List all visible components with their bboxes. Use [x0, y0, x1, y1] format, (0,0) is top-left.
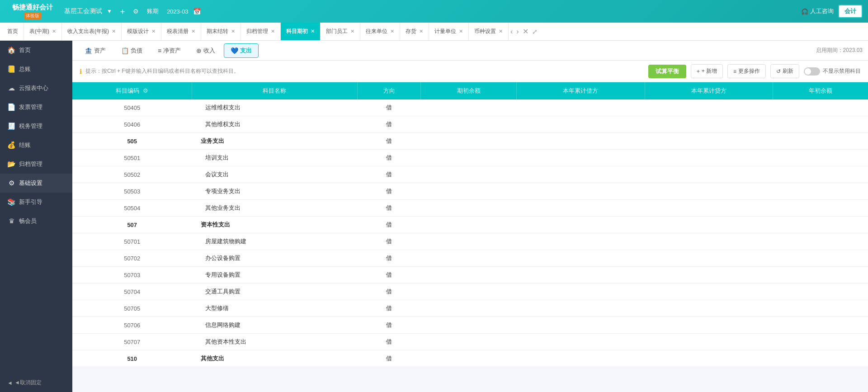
tab-units[interactable]: 计量单位 ✕: [429, 23, 469, 40]
table-row[interactable]: 507 资本性支出 借: [72, 217, 868, 233]
home-icon: 🏠: [7, 46, 15, 54]
cell-name: 资本性支出: [192, 217, 357, 233]
cell-ytd-debit: [517, 334, 645, 350]
settings-icon[interactable]: ⚙: [133, 8, 139, 15]
sidebar-item-archive[interactable]: 📂 归档管理: [0, 155, 72, 174]
sidebar-item-close[interactable]: 💰 结账: [0, 136, 72, 155]
sidebar-item-invoice[interactable]: 📄 发票管理: [0, 98, 72, 117]
table-row[interactable]: 50702 办公设备购置 借: [72, 250, 868, 267]
tab-prev-icon[interactable]: ‹: [509, 28, 514, 36]
header-right: 🎧 人工咨询 会计: [801, 5, 863, 18]
tab-close-icon[interactable]: ✕: [499, 28, 503, 34]
sub-tab-expense[interactable]: 💙 支出: [224, 43, 259, 58]
tab-close-icon[interactable]: ✕: [112, 28, 116, 34]
tab-partners[interactable]: 往来单位 ✕: [360, 23, 400, 40]
sub-tab-income[interactable]: ⊕ 收入: [189, 43, 222, 58]
cell-ytd-debit: [517, 166, 645, 183]
table-row[interactable]: 50503 专项业务支出 借: [72, 183, 868, 200]
cell-opening-balance: [421, 116, 517, 133]
tab-home[interactable]: 首页: [2, 23, 24, 40]
cell-year-opening: [773, 334, 868, 350]
table-row[interactable]: 50502 会议支出 借: [72, 166, 868, 183]
sidebar-item-cloud-report[interactable]: ☁ 云报表中心: [0, 79, 72, 98]
more-operations-button[interactable]: ≡ 更多操作: [727, 64, 766, 78]
add-company-icon[interactable]: ＋: [118, 6, 127, 17]
toggle-label: 不显示禁用科目: [823, 67, 861, 75]
tab-close-icon[interactable]: ✕: [151, 28, 156, 34]
tab-label: 首页: [7, 28, 18, 35]
cell-name: 交通工具购置: [192, 283, 357, 300]
sidebar-item-basic-settings[interactable]: ⚙ 基础设置: [0, 174, 72, 193]
sidebar-item-guide[interactable]: 📚 新手引导: [0, 193, 72, 212]
tab-expand-icon[interactable]: ⤢: [530, 28, 539, 35]
add-button[interactable]: + + 新增: [691, 64, 723, 78]
service-button[interactable]: 🎧 人工咨询: [801, 7, 834, 15]
table-row[interactable]: 510 其他支出 借: [72, 350, 868, 367]
table-row[interactable]: 50405 运维维权支出 借: [72, 99, 868, 116]
col-settings-icon[interactable]: ⚙: [143, 87, 148, 94]
refresh-button[interactable]: ↺ 刷新: [770, 64, 799, 78]
calendar-icon[interactable]: 📅: [193, 8, 201, 15]
tab-inventory[interactable]: 存货 ✕: [400, 23, 429, 40]
sidebar-item-home[interactable]: 🏠 首页: [0, 41, 72, 60]
table-row[interactable]: 50707 其他资本性支出 借: [72, 334, 868, 350]
tab-close-icon[interactable]: ✕: [52, 28, 56, 34]
tab-template-design[interactable]: 模版设计 ✕: [122, 23, 161, 40]
company-dropdown-icon[interactable]: ▼: [107, 8, 112, 14]
table-row[interactable]: 50705 大型修缮 借: [72, 300, 868, 317]
tab-close-icon[interactable]: ✕: [459, 28, 463, 34]
cell-direction: 借: [357, 200, 420, 217]
table-row[interactable]: 50501 培训支出 借: [72, 150, 868, 166]
tab-close-icon[interactable]: ✕: [271, 28, 275, 34]
cell-direction: 借: [357, 317, 420, 334]
cell-year-opening: [773, 99, 868, 116]
tab-mid-report[interactable]: 表(中期) ✕: [24, 23, 62, 40]
cell-direction: 借: [357, 233, 420, 250]
cell-opening-balance: [421, 200, 517, 217]
tab-next-icon[interactable]: ›: [514, 28, 520, 36]
tab-close-icon[interactable]: ✕: [231, 28, 235, 34]
toggle-disabled-accounts[interactable]: 不显示禁用科目: [804, 67, 861, 76]
table-row[interactable]: 50703 专用设备购置 借: [72, 267, 868, 283]
top-header: 畅捷通好会计 体验版 基层工会测试 ▼ ＋ ⚙ 账期 2023-03 📅 🎧 人…: [0, 0, 868, 23]
table-row[interactable]: 50706 信息网络购建 借: [72, 317, 868, 334]
table-row[interactable]: 50504 其他业务支出 借: [72, 200, 868, 217]
table-row[interactable]: 50701 房屋建筑物购建 借: [72, 233, 868, 250]
balance-button[interactable]: 试算平衡: [648, 65, 686, 78]
table-row[interactable]: 505 业务支出 借: [72, 133, 868, 150]
account-button[interactable]: 会计: [838, 5, 863, 18]
cell-name: 大型修缮: [192, 300, 357, 317]
toggle-switch[interactable]: [804, 67, 820, 76]
cell-opening-balance: [421, 99, 517, 116]
tab-close-icon[interactable]: ✕: [390, 28, 394, 34]
cell-direction: 借: [357, 217, 420, 233]
col-direction: 方向: [357, 82, 420, 99]
table-row[interactable]: 50406 其他维权支出 借: [72, 116, 868, 133]
tab-close-all-icon[interactable]: ✕: [521, 27, 530, 36]
sub-tab-assets[interactable]: 🏦 资产: [78, 43, 113, 58]
tab-tax-schedule[interactable]: 税表清册 ✕: [161, 23, 201, 40]
tab-subject-opening[interactable]: 科目期初 ✕: [281, 23, 321, 40]
sub-tab-liabilities[interactable]: 📋 负债: [114, 43, 149, 58]
sidebar-collapse-btn[interactable]: ◄ ◄取消固定: [0, 373, 72, 392]
tab-archive[interactable]: 归档管理 ✕: [241, 23, 281, 40]
sub-tab-equity[interactable]: ≡ 净资产: [151, 43, 188, 58]
cell-direction: 借: [357, 116, 420, 133]
equity-icon: ≡: [158, 47, 161, 54]
tab-department-staff[interactable]: 部门员工 ✕: [321, 23, 360, 40]
cell-opening-balance: [421, 317, 517, 334]
sidebar-item-tax[interactable]: 🧾 税务管理: [0, 117, 72, 136]
tab-period-close[interactable]: 期末结转 ✕: [201, 23, 241, 40]
table-row[interactable]: 50704 交通工具购置 借: [72, 283, 868, 300]
sidebar-item-ledger[interactable]: 📒 总账: [0, 60, 72, 79]
cell-opening-balance: [421, 334, 517, 350]
cell-year-opening: [773, 183, 868, 200]
tab-currency[interactable]: 币种设置 ✕: [469, 23, 509, 40]
tab-close-icon[interactable]: ✕: [311, 28, 315, 34]
tab-annual-report[interactable]: 收入支出表(年报) ✕: [62, 23, 122, 40]
tab-close-icon[interactable]: ✕: [350, 28, 354, 34]
sidebar-item-vip[interactable]: ♛ 畅会员: [0, 212, 72, 231]
tab-close-icon[interactable]: ✕: [419, 28, 423, 34]
cell-opening-balance: [421, 283, 517, 300]
tab-close-icon[interactable]: ✕: [191, 28, 195, 34]
